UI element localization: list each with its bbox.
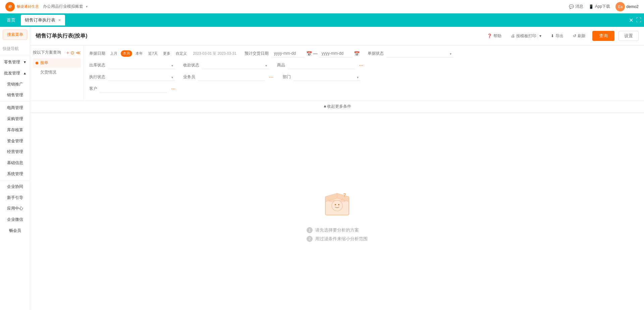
refresh-button[interactable]: ↺ 刷新: [570, 32, 588, 40]
delivery-end-input[interactable]: [319, 50, 353, 57]
product-field: 商品 ···: [277, 61, 365, 69]
department-select[interactable]: [293, 73, 361, 81]
header-right: 💬 消息 📱 App下载 Ea demo2: [569, 2, 639, 11]
date-tag-本月[interactable]: 本月: [121, 50, 132, 57]
sidebar-item-sales[interactable]: 销售管理: [0, 90, 30, 101]
scheme-header: 按以下方案查询 + ⊙ ≪: [33, 50, 81, 55]
scheme-item-欠货情况[interactable]: 欠货情况: [33, 68, 81, 77]
sidebar-item-marketing[interactable]: 营销推广: [0, 79, 30, 90]
sidebar-item-member[interactable]: 畅会员: [0, 225, 30, 236]
date-tag-本年[interactable]: 本年: [133, 50, 145, 57]
sidebar-item-inventory[interactable]: 库存核算: [0, 124, 30, 136]
collection-status-select[interactable]: [202, 61, 269, 69]
delivery-start-calendar-icon[interactable]: 📅: [306, 51, 312, 56]
filter-row-3: 执行状态 业务员 ···: [89, 73, 639, 81]
empty-tip-1: 1 请先选择要分析的方案: [307, 227, 368, 233]
tab-bar-actions: ✕ ⛶: [629, 17, 641, 23]
print-dropdown-icon[interactable]: ▾: [538, 34, 541, 38]
refresh-icon: ↺: [573, 34, 576, 38]
message-button[interactable]: 💬 消息: [569, 4, 583, 9]
department-label: 部门: [283, 74, 291, 80]
quick-nav-title[interactable]: 快捷导航: [0, 44, 30, 54]
query-button[interactable]: 查询: [592, 31, 614, 41]
date-tag-更多[interactable]: 更多: [161, 50, 172, 57]
sidebar-item-apps[interactable]: 应用中心: [0, 203, 30, 214]
tab-close-button[interactable]: ✕: [629, 17, 633, 23]
sidebar-item-ecommerce[interactable]: 电商管理: [0, 102, 30, 113]
department-field: 部门: [283, 73, 361, 81]
product-input[interactable]: [288, 61, 355, 69]
user-area[interactable]: Ea demo2: [615, 2, 639, 11]
sidebar-item-wechat[interactable]: 企业微信: [0, 214, 30, 225]
export-button[interactable]: ⬇ 导出: [548, 32, 566, 40]
customer-more-button[interactable]: ···: [170, 86, 177, 92]
sidebar-item-system[interactable]: 系统管理: [0, 168, 30, 179]
tab-bar: 首页 销售订单执行表 ✕ ✕ ⛶: [0, 13, 644, 27]
print-button[interactable]: 🖨 按模板打印 ▾: [508, 32, 544, 40]
purchase-label: 采购管理: [7, 116, 23, 121]
menu-dropdown-icon[interactable]: ▾: [86, 5, 88, 8]
salesperson-input[interactable]: [198, 73, 265, 81]
order-status-select[interactable]: [386, 50, 453, 57]
svg-point-4: [332, 200, 342, 211]
sidebar-item-wholesale[interactable]: 批发管理 ▴: [0, 68, 30, 79]
app-logo: 好: [5, 2, 15, 11]
collapse-filter-button[interactable]: ▲ 收起更多条件: [30, 101, 644, 112]
retail-label: 零售管理: [4, 59, 20, 65]
sidebar-item-purchase[interactable]: 采购管理: [0, 113, 30, 124]
sidebar-divider-1: [0, 56, 30, 56]
ecommerce-label: 电商管理: [7, 105, 23, 110]
collection-status-field: 收款状态: [183, 61, 269, 69]
sidebar-item-basic[interactable]: 基础信息: [0, 157, 30, 168]
settings-label: 设置: [624, 33, 633, 38]
help-button[interactable]: ❓ 帮助: [484, 32, 504, 40]
sidebar-item-finance[interactable]: 资金管理: [0, 136, 30, 147]
collection-status-select-wrapper: [202, 61, 269, 69]
basic-label: 基础信息: [7, 160, 23, 165]
page-title: 销售订单执行表(按单): [36, 33, 480, 40]
execution-status-select[interactable]: [108, 73, 175, 81]
tip-text-1: 请先选择要分析的方案: [315, 227, 359, 233]
customer-field: 客户 ···: [89, 85, 177, 93]
settings-button[interactable]: 设置: [619, 31, 639, 41]
delivery-end-calendar-icon[interactable]: 📅: [354, 51, 360, 56]
product-label: 商品: [277, 62, 285, 68]
shipment-status-select-wrapper: [108, 61, 175, 69]
sidebar-item-operations[interactable]: 经营管理: [0, 146, 30, 157]
shipment-status-select[interactable]: [108, 61, 175, 69]
sidebar-item-retail[interactable]: 零售管理 ▾: [0, 57, 30, 68]
order-status-select-wrapper: [386, 50, 453, 57]
date-tag-上月[interactable]: 上月: [108, 50, 119, 57]
scheme-edit-button[interactable]: ⊙: [70, 50, 74, 55]
app-download-button[interactable]: 📱 App下载: [589, 4, 610, 9]
export-label: 导出: [555, 33, 564, 39]
salesperson-more-button[interactable]: ···: [268, 74, 275, 80]
data-area: ? 1 请先选择要分析的方案 2: [30, 113, 644, 310]
tab-expand-button[interactable]: ⛶: [636, 17, 641, 23]
sidebar-item-enterprise[interactable]: 企业协同: [0, 181, 30, 192]
sidebar-search-area: 搜索菜单: [0, 27, 30, 43]
query-label: 查询: [599, 33, 608, 38]
delivery-start-input[interactable]: [271, 50, 305, 57]
date-tag-近7天[interactable]: 近7天: [146, 50, 160, 57]
date-range-text: 2023-03-01 至 2023-03-31: [193, 51, 236, 56]
quick-nav-label: 快捷导航: [3, 46, 19, 52]
tab-sales-exec[interactable]: 销售订单执行表 ✕: [21, 15, 65, 25]
execution-status-field: 执行状态: [89, 73, 175, 81]
customer-input[interactable]: [100, 85, 167, 93]
tab-home[interactable]: 首页: [3, 15, 19, 25]
scheme-collapse-button[interactable]: ≪: [76, 50, 81, 55]
scheme-label-欠货情况: 欠货情况: [40, 70, 56, 74]
scheme-add-button[interactable]: +: [66, 50, 69, 55]
top-header: 好 畅捷通好生意 办公用品行业模拟账套 ▾ 💬 消息 📱 App下载 Ea de…: [0, 0, 644, 13]
product-more-button[interactable]: ···: [358, 62, 365, 68]
scheme-item-按单[interactable]: 按单: [33, 58, 81, 68]
sidebar-item-guide[interactable]: 新手引导: [0, 192, 30, 203]
scheme-filter-layout: 按以下方案查询 + ⊙ ≪ 按单 欠货情况: [30, 45, 644, 101]
date-tag-自定义[interactable]: 自定义: [174, 50, 189, 57]
collapse-up-icon: ▲: [323, 104, 327, 109]
filter-row-4: 客户 ···: [89, 85, 639, 93]
search-menu-button[interactable]: 搜索菜单: [3, 30, 27, 40]
tab-close-icon[interactable]: ✕: [58, 18, 61, 22]
wholesale-label: 批发管理: [4, 70, 20, 76]
